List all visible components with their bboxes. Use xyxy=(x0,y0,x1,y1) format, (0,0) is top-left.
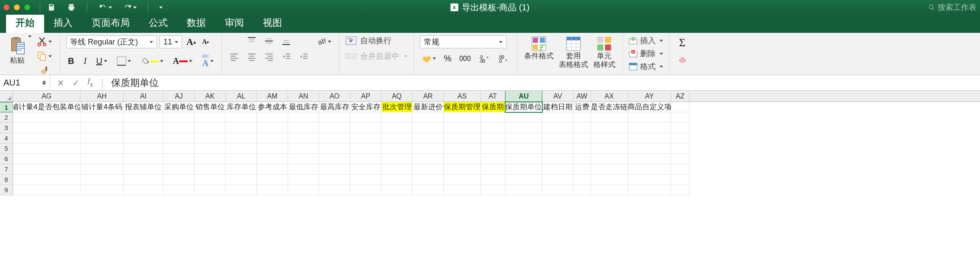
cell-AT3[interactable] xyxy=(481,123,505,133)
cell-AJ1[interactable]: 采购单位 xyxy=(163,102,195,112)
cell-AI9[interactable] xyxy=(124,185,163,195)
cell-AR4[interactable] xyxy=(413,133,444,143)
cell-AM2[interactable] xyxy=(257,112,288,123)
zoom-window-button[interactable] xyxy=(24,4,30,10)
cell-AR5[interactable] xyxy=(413,143,444,154)
cell-AX2[interactable] xyxy=(591,112,628,123)
cell-AT2[interactable] xyxy=(481,112,505,123)
select-all-corner[interactable] xyxy=(0,91,13,102)
tab-页面布局[interactable]: 页面布局 xyxy=(82,13,139,33)
cell-AU7[interactable] xyxy=(505,164,542,175)
print-button[interactable] xyxy=(65,2,77,13)
cell-AP9[interactable] xyxy=(350,185,381,195)
cell-AW3[interactable] xyxy=(573,123,591,133)
cell-AN7[interactable] xyxy=(288,164,319,175)
copy-button[interactable] xyxy=(35,50,54,62)
cell-styles-button[interactable]: 单元 格样式 xyxy=(591,35,618,70)
cell-AR7[interactable] xyxy=(413,164,444,175)
orientation-button[interactable]: ab xyxy=(314,35,333,48)
row-header-8[interactable]: 8 xyxy=(0,175,13,185)
font-color-button[interactable]: A xyxy=(171,55,194,67)
cell-AU1[interactable]: 保质期单位 xyxy=(505,102,542,112)
cell-AV6[interactable] xyxy=(542,154,573,164)
column-header-AL[interactable]: AL xyxy=(226,91,257,102)
cell-AW8[interactable] xyxy=(573,175,591,185)
tab-数据[interactable]: 数据 xyxy=(177,13,215,33)
tab-视图[interactable]: 视图 xyxy=(253,13,291,33)
cell-AU2[interactable] xyxy=(505,112,542,123)
cell-AH1[interactable]: 辅计量4条码 xyxy=(80,102,124,112)
column-header-AH[interactable]: AH xyxy=(80,91,124,102)
cell-AV1[interactable]: 建档日期 xyxy=(542,102,573,112)
cell-AY6[interactable] xyxy=(628,154,671,164)
cell-AP4[interactable] xyxy=(350,133,381,143)
cell-AV9[interactable] xyxy=(542,185,573,195)
column-header-AJ[interactable]: AJ xyxy=(163,91,195,102)
cell-AJ8[interactable] xyxy=(163,175,195,185)
cell-AG8[interactable] xyxy=(13,175,80,185)
save-button[interactable] xyxy=(45,2,58,13)
cut-button[interactable] xyxy=(35,35,54,48)
spreadsheet-grid[interactable]: 123456789 辅计量4是否包装单位辅计量4条码报表辅单位采购单位销售单位库… xyxy=(0,102,980,195)
cell-AY3[interactable] xyxy=(628,123,671,133)
cell-AX7[interactable] xyxy=(591,164,628,175)
cell-AK6[interactable] xyxy=(195,154,226,164)
cell-AP2[interactable] xyxy=(350,112,381,123)
undo-button[interactable] xyxy=(97,2,114,13)
row-header-6[interactable]: 6 xyxy=(0,154,13,164)
cell-AL5[interactable] xyxy=(226,143,257,154)
cell-AV5[interactable] xyxy=(542,143,573,154)
column-header-AW[interactable]: AW xyxy=(573,91,591,102)
align-center-button[interactable] xyxy=(245,51,258,62)
cell-AN9[interactable] xyxy=(288,185,319,195)
cell-AY5[interactable] xyxy=(628,143,671,154)
cell-AV4[interactable] xyxy=(542,133,573,143)
row-header-4[interactable]: 4 xyxy=(0,133,13,143)
cell-AR6[interactable] xyxy=(413,154,444,164)
row-header-7[interactable]: 7 xyxy=(0,164,13,175)
cell-AS6[interactable] xyxy=(444,154,481,164)
cell-AZ4[interactable] xyxy=(671,133,689,143)
column-header-AY[interactable]: AY xyxy=(628,91,671,102)
paste-dropdown[interactable] xyxy=(28,35,32,38)
tab-插入[interactable]: 插入 xyxy=(44,13,82,33)
cell-AP5[interactable] xyxy=(350,143,381,154)
cell-AX4[interactable] xyxy=(591,133,628,143)
cell-AP3[interactable] xyxy=(350,123,381,133)
column-header-AM[interactable]: AM xyxy=(257,91,288,102)
cell-AX5[interactable] xyxy=(591,143,628,154)
cell-AM5[interactable] xyxy=(257,143,288,154)
cell-AZ3[interactable] xyxy=(671,123,689,133)
cell-AH9[interactable] xyxy=(80,185,124,195)
fill-color-button[interactable] xyxy=(139,55,165,67)
cell-AY4[interactable] xyxy=(628,133,671,143)
cell-AK2[interactable] xyxy=(195,112,226,123)
cell-AX3[interactable] xyxy=(591,123,628,133)
cell-AY9[interactable] xyxy=(628,185,671,195)
cell-AP8[interactable] xyxy=(350,175,381,185)
cancel-formula-button[interactable]: ✕ xyxy=(57,78,64,88)
cell-AU5[interactable] xyxy=(505,143,542,154)
cell-AN8[interactable] xyxy=(288,175,319,185)
cell-AJ5[interactable] xyxy=(163,143,195,154)
column-header-AO[interactable]: AO xyxy=(319,91,350,102)
cell-AT1[interactable]: 保质期 xyxy=(481,102,505,112)
cell-AZ5[interactable] xyxy=(671,143,689,154)
cell-AT5[interactable] xyxy=(481,143,505,154)
clear-button[interactable] xyxy=(676,54,689,64)
cell-AG7[interactable] xyxy=(13,164,80,175)
cell-AO9[interactable] xyxy=(319,185,350,195)
column-header-AX[interactable]: AX xyxy=(591,91,628,102)
align-middle-button[interactable] xyxy=(263,35,275,47)
cell-AQ4[interactable] xyxy=(381,133,413,143)
cell-AT6[interactable] xyxy=(481,154,505,164)
font-name-select[interactable]: 等线 Regular (正文) xyxy=(66,35,157,48)
cell-AY2[interactable] xyxy=(628,112,671,123)
cell-AX9[interactable] xyxy=(591,185,628,195)
cell-AU4[interactable] xyxy=(505,133,542,143)
row-header-2[interactable]: 2 xyxy=(0,112,13,123)
column-header-AT[interactable]: AT xyxy=(481,91,505,102)
formula-input[interactable]: 保质期单位 xyxy=(111,76,159,89)
cell-AH6[interactable] xyxy=(80,154,124,164)
autosum-button[interactable]: Σ xyxy=(677,35,687,50)
